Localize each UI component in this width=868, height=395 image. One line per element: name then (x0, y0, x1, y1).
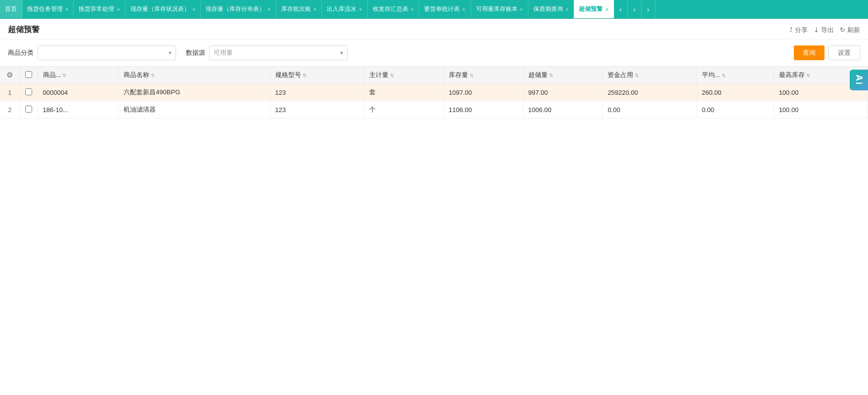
row-spec: 123 (270, 84, 364, 101)
nav-tab-quality[interactable]: 保质期查询 × (528, 0, 574, 19)
sort-icon: ⇅ (470, 73, 474, 78)
datasource-label: 数据源 (186, 48, 205, 57)
nav-next-arrow[interactable]: › (628, 0, 642, 19)
query-button[interactable]: 查询 (794, 45, 825, 60)
datasource-select[interactable]: 可用量 ▾ (209, 45, 347, 60)
row-stock: 1106.00 (443, 101, 523, 118)
nav-tab-stock-dist[interactable]: 现存量（库存分布表） × (201, 0, 276, 19)
close-icon[interactable]: × (462, 6, 465, 12)
sort-icon: ⇅ (62, 73, 66, 78)
nav-tab-inout[interactable]: 出入库流水 × (322, 0, 367, 19)
nav-tab-exception[interactable]: 拣货异常处理 × (74, 0, 125, 19)
page-title: 超储预警 (8, 25, 40, 35)
nav-tab-task[interactable]: 拣货任务管理 × (22, 0, 74, 19)
close-icon[interactable]: × (520, 6, 523, 12)
table-header-product-name[interactable]: 商品名称⇅ (119, 67, 270, 84)
sort-icon: ⇅ (806, 73, 810, 78)
sort-icon: ⇅ (722, 73, 726, 78)
data-table: ⚙ 商品...⇅ 商品名称⇅ 规格型号⇅ 主计量⇅ (0, 66, 868, 118)
close-icon[interactable]: × (565, 6, 568, 12)
table-container: ⚙ 商品...⇅ 商品名称⇅ 规格型号⇅ 主计量⇅ (0, 66, 868, 118)
row-capital: 0.00 (603, 101, 696, 118)
sort-icon: ⇅ (303, 73, 306, 78)
row-checkbox-cell (20, 84, 38, 101)
row-capital: 259220.00 (603, 84, 696, 101)
sort-icon: ⇅ (151, 73, 155, 78)
close-icon[interactable]: × (65, 6, 68, 12)
table-header-gear: ⚙ (0, 67, 20, 84)
row-product-name: 六配套新昌490BPG (119, 84, 270, 101)
settings-button[interactable]: 设置 (828, 45, 860, 60)
nav-tab-home[interactable]: 首页 (0, 0, 22, 19)
table-body: 1 0000004 六配套新昌490BPG 123 套 1097.00 997.… (0, 84, 868, 118)
row-product-code: 0000004 (38, 84, 119, 101)
refresh-button[interactable]: ↻ 刷新 (840, 26, 860, 35)
sort-icon: ⇅ (549, 73, 553, 78)
row-checkbox[interactable] (25, 106, 32, 113)
table-header-stock[interactable]: 库存量⇅ (443, 67, 523, 84)
row-unit: 个 (364, 101, 443, 118)
table-header-unit[interactable]: 主计量⇅ (364, 67, 443, 84)
table-header-spec[interactable]: 规格型号⇅ (270, 67, 364, 84)
row-spec: 123 (270, 101, 364, 118)
row-unit: 套 (364, 84, 443, 101)
close-icon[interactable]: × (192, 6, 195, 12)
filter-area: 商品分类 ▾ 数据源 可用量 ▾ 查询 设置 (0, 40, 868, 66)
row-checkbox-cell (20, 101, 38, 118)
page-content: 超储预警 ⤴ 分享 ⤓ 导出 ↻ 刷新 商品分类 ▾ 数据源 (0, 19, 868, 395)
close-icon[interactable]: × (411, 6, 414, 12)
row-product-code: 186-10... (38, 101, 119, 118)
row-avg: 260.00 (696, 84, 774, 101)
share-button[interactable]: ⤴ 分享 (789, 26, 808, 35)
row-avg: 0.00 (696, 101, 774, 118)
table-row: 2 186-10... 机油滤清器 123 个 1106.00 1006.00 … (0, 101, 868, 118)
close-icon[interactable]: × (313, 6, 316, 12)
table-row: 1 0000004 六配套新昌490BPG 123 套 1097.00 997.… (0, 84, 868, 101)
row-stock: 1097.00 (443, 84, 523, 101)
row-product-name: 机油滤清器 (119, 101, 270, 118)
ai-assistant-badge[interactable]: Ai (850, 70, 868, 90)
row-over-stock: 1006.00 (523, 101, 603, 118)
nav-tab-overstock[interactable]: 超储预警 × (574, 0, 613, 19)
nav-tab-order-stat[interactable]: 要货单统计表 × (419, 0, 471, 19)
top-nav: 首页 拣货任务管理 × 拣货异常处理 × 现存量（库存状况表） × 现存量（库存… (0, 0, 868, 19)
select-all-checkbox[interactable] (25, 71, 32, 78)
category-select[interactable]: ▾ (38, 45, 176, 60)
table-header-capital[interactable]: 资金占用⇅ (603, 67, 696, 84)
datasource-filter-group: 数据源 可用量 ▾ (186, 45, 347, 60)
gear-icon[interactable]: ⚙ (6, 71, 13, 79)
chevron-down-icon: ▾ (340, 49, 343, 56)
close-icon[interactable]: × (605, 6, 608, 12)
table-header-over-stock[interactable]: 超储量⇅ (523, 67, 603, 84)
nav-tab-stock-status[interactable]: 现存量（库存状况表） × (126, 0, 201, 19)
row-max-stock: 100.00 (774, 101, 868, 118)
table-header-avg[interactable]: 平均...⇅ (696, 67, 774, 84)
category-label: 商品分类 (8, 48, 34, 57)
export-icon: ⤓ (814, 26, 819, 34)
page-header: 超储预警 ⤴ 分享 ⤓ 导出 ↻ 刷新 (0, 19, 868, 40)
table-header-checkbox (20, 67, 38, 84)
header-actions: ⤴ 分享 ⤓ 导出 ↻ 刷新 (789, 26, 860, 35)
row-checkbox[interactable] (25, 88, 32, 95)
datasource-select-text: 可用量 (214, 48, 233, 57)
sort-icon: ⇅ (390, 73, 394, 78)
close-icon[interactable]: × (117, 6, 120, 12)
table-header-row: ⚙ 商品...⇅ 商品名称⇅ 规格型号⇅ 主计量⇅ (0, 67, 868, 84)
row-num-cell: 2 (0, 101, 20, 118)
export-button[interactable]: ⤓ 导出 (814, 26, 834, 35)
nav-tab-batch[interactable]: 库存批次账 × (276, 0, 322, 19)
chevron-down-icon: ▾ (169, 49, 172, 56)
refresh-icon: ↻ (840, 26, 845, 34)
close-icon[interactable]: × (267, 6, 270, 12)
table-header-product-code[interactable]: 商品...⇅ (38, 67, 119, 84)
nav-tab-summary[interactable]: 收发存汇总表 × (368, 0, 419, 19)
row-over-stock: 997.00 (523, 84, 603, 101)
share-icon: ⤴ (789, 26, 793, 34)
sort-icon: ⇅ (635, 73, 639, 78)
row-num-cell: 1 (0, 84, 20, 101)
nav-more-arrow[interactable]: › (642, 0, 655, 19)
category-filter-group: 商品分类 ▾ (8, 45, 176, 60)
nav-prev-arrow[interactable]: ‹ (614, 0, 628, 19)
nav-tab-available[interactable]: 可用量库存账本 × (471, 0, 528, 19)
close-icon[interactable]: × (359, 6, 362, 12)
